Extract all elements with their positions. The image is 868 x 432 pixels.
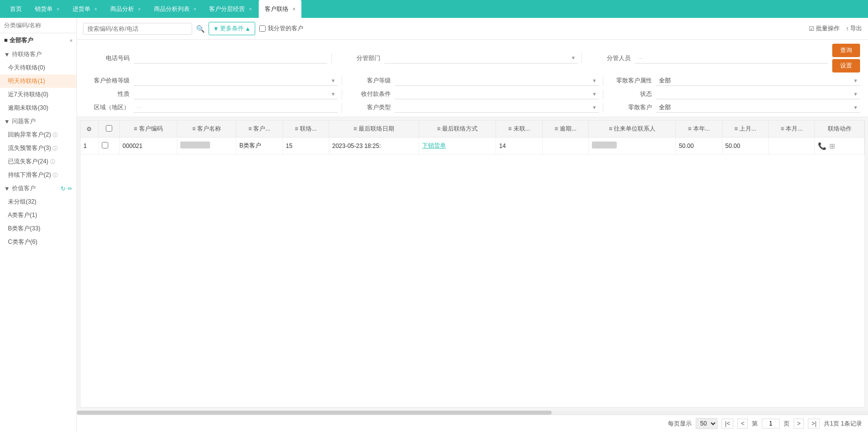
filter-customer-type: 客户类型 ▼ xyxy=(346,102,599,113)
nav-purchase-close[interactable]: × xyxy=(94,6,97,12)
sidebar-item-tomorrow[interactable]: 明天待联络(1) xyxy=(0,74,76,88)
page-suffix: 页 xyxy=(784,420,790,428)
col-code: ≡ 客户编码 xyxy=(119,121,177,138)
sidebar-item-today[interactable]: 今天待联络(0) xyxy=(0,61,76,74)
retail-attr-input[interactable]: 全部 xyxy=(659,77,857,84)
payment-select[interactable]: ▼ xyxy=(395,89,599,99)
filter-customer-level: 客户等级 ▼ xyxy=(346,75,599,86)
select-all-checkbox[interactable] xyxy=(106,125,112,132)
sidebar-group-value[interactable]: ▼ 价值客户 ↻ ✏ xyxy=(0,182,76,195)
filter-row-1: 电话号码 分管部门 ▼ 分管人员 ··· xyxy=(85,44,860,72)
retail-attr-select[interactable]: 全部 ▼ xyxy=(656,75,860,86)
nav-purchase[interactable]: 进货单 × xyxy=(67,0,103,18)
manager-ellipsis: ··· xyxy=(638,55,643,62)
sidebar-group-problem[interactable]: ▼ 问题客户 xyxy=(0,115,76,128)
value-refresh[interactable]: ↻ xyxy=(61,185,66,192)
search-input[interactable] xyxy=(83,23,192,35)
first-page-btn[interactable]: |< xyxy=(722,419,733,429)
col-last-month: ≡ 上月... xyxy=(722,121,768,138)
retail-customer-input[interactable]: 全部 xyxy=(659,104,857,111)
sidebar-search-input[interactable] xyxy=(4,22,77,29)
row-checkbox[interactable] xyxy=(98,138,119,154)
col-gear[interactable]: ⚙ xyxy=(80,121,98,138)
retail-customer-select[interactable]: 全部 ▼ xyxy=(656,102,860,113)
phone-label: 电话号码 xyxy=(85,54,130,63)
page-number-input[interactable] xyxy=(762,419,780,429)
nav-sales[interactable]: 销货单 × xyxy=(29,0,66,18)
reset-button[interactable]: 设置 xyxy=(832,59,860,72)
region-field[interactable]: ··· xyxy=(134,102,338,113)
col-checkbox[interactable] xyxy=(98,121,119,138)
nav-analysis[interactable]: 商品分析 × xyxy=(104,0,147,18)
status-select[interactable]: ▼ xyxy=(656,89,860,99)
group-arrow-0: ▼ xyxy=(4,51,10,58)
action-more-icon[interactable]: ⊞ xyxy=(829,142,835,150)
nature-input[interactable] xyxy=(137,90,335,97)
sidebar-item-churned[interactable]: 已流失客户(24) ⓘ xyxy=(0,155,76,168)
scrollbar-thumb[interactable] xyxy=(77,411,552,415)
dept-select[interactable]: ▼ xyxy=(384,53,578,64)
nav-customer-contact-close[interactable]: × xyxy=(292,6,295,12)
payment-input[interactable] xyxy=(398,90,596,97)
per-page-select[interactable]: 50 xyxy=(696,418,718,429)
sidebar-item-declining[interactable]: 持续下滑客户(2) ⓘ xyxy=(0,168,76,182)
region-ellipsis: ··· xyxy=(137,104,142,111)
customer-type-input[interactable] xyxy=(398,104,596,111)
export-btn[interactable]: ↑ 导出 xyxy=(846,24,862,33)
bulk-ops-area: ☑ 批量操作 ↑ 导出 xyxy=(809,24,862,33)
row-name-masked xyxy=(180,142,210,148)
page-label: 第 xyxy=(752,420,758,428)
customer-type-select[interactable]: ▼ xyxy=(395,102,599,113)
query-button[interactable]: 查询 xyxy=(832,44,860,57)
nav-customer-tier[interactable]: 客户分层经营 × xyxy=(203,0,258,18)
row-code: 000021 xyxy=(119,138,177,154)
row-last-contact-method[interactable]: 下销货单 xyxy=(419,138,496,154)
filter-row-3: 性质 ▼ 收付款条件 ▼ 状态 xyxy=(85,89,860,99)
last-contact-link[interactable]: 下销货单 xyxy=(422,142,446,149)
dept-select-input[interactable] xyxy=(387,55,575,62)
main-layout: 🔍 ■ 全部客户 « ▼ 待联络客户 今天待联络(0) 明天待联络(1) 近7天… xyxy=(0,18,868,432)
bulk-ops-btn[interactable]: ☑ 批量操作 xyxy=(809,24,840,33)
sidebar-search-container: 🔍 xyxy=(0,18,76,33)
sidebar-item-ungrouped[interactable]: 未分组(32) xyxy=(0,195,76,209)
price-level-input[interactable] xyxy=(137,77,335,84)
nav-analysis-list-close[interactable]: × xyxy=(194,6,197,12)
sidebar-item-repurchase[interactable]: 回购异常客户(2) ⓘ xyxy=(0,128,76,142)
search-button[interactable]: 🔍 xyxy=(196,25,205,33)
customer-level-label: 客户等级 xyxy=(346,76,391,85)
sidebar-item-b-class[interactable]: B类客户(33) xyxy=(0,222,76,235)
sidebar-item-overdue[interactable]: 逾期未联络(30) xyxy=(0,101,76,115)
row-name[interactable] xyxy=(177,138,236,154)
nav-sales-close[interactable]: × xyxy=(57,6,60,12)
customer-level-select[interactable]: ▼ xyxy=(395,75,599,86)
row-overdue xyxy=(542,138,588,154)
nav-customer-contact[interactable]: 客户联络 × xyxy=(259,0,301,18)
status-input[interactable] xyxy=(659,90,857,97)
manager-field[interactable]: ··· xyxy=(635,53,828,64)
sidebar-group-pending[interactable]: ▼ 待联络客户 xyxy=(0,48,76,61)
sidebar-item-a-class[interactable]: A类客户(1) xyxy=(0,209,76,222)
sidebar-item-churn-warn[interactable]: 流失预警客户(3) ⓘ xyxy=(0,142,76,155)
action-phone-icon[interactable]: 📞 xyxy=(818,142,826,150)
price-level-select[interactable]: ▼ xyxy=(134,75,338,86)
nav-home[interactable]: 首页 xyxy=(4,0,28,18)
horizontal-scrollbar[interactable] xyxy=(77,411,868,415)
my-customers-check[interactable] xyxy=(259,25,266,32)
nav-analysis-list[interactable]: 商品分析列表 × xyxy=(148,0,203,18)
my-customers-checkbox[interactable]: 我分管的客户 xyxy=(259,24,303,33)
sidebar-item-7days[interactable]: 近7天待联络(0) xyxy=(0,88,76,101)
last-page-btn[interactable]: >| xyxy=(808,419,820,429)
sidebar-item-c-class[interactable]: C类客户(6) xyxy=(0,235,76,249)
nav-analysis-close[interactable]: × xyxy=(138,6,141,12)
col-contact: ≡ 联络... xyxy=(283,121,329,138)
sidebar-all-customers[interactable]: ■ 全部客户 « xyxy=(0,33,76,48)
nature-select[interactable]: ▼ xyxy=(134,89,338,99)
more-conditions-btn[interactable]: ▼ 更多条件 ▲ xyxy=(209,22,255,35)
prev-page-btn[interactable]: < xyxy=(737,419,748,429)
customer-level-input[interactable] xyxy=(398,77,596,84)
phone-input[interactable] xyxy=(134,53,327,64)
value-edit[interactable]: ✏ xyxy=(68,185,72,192)
next-page-btn[interactable]: > xyxy=(794,419,804,429)
row-select-checkbox[interactable] xyxy=(102,142,108,148)
nav-customer-tier-close[interactable]: × xyxy=(249,6,252,12)
